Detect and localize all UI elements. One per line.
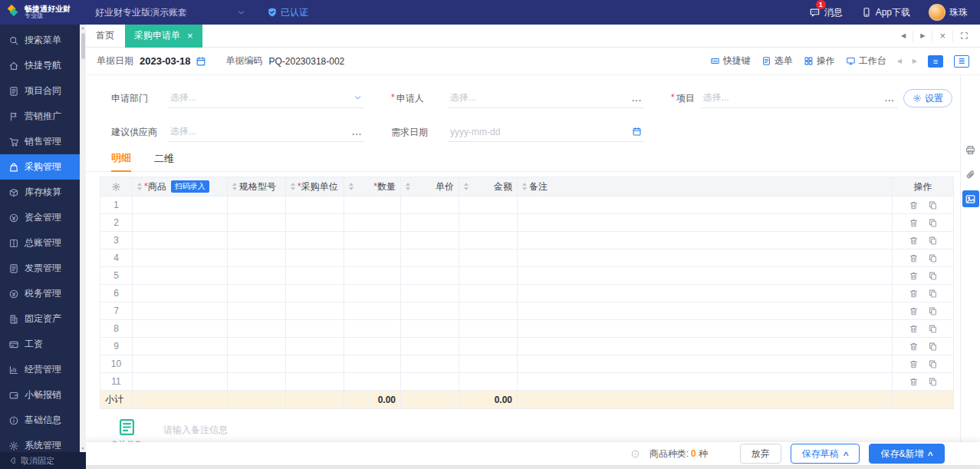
cell-product[interactable] [133, 373, 228, 391]
next-icon[interactable]: ▶ [913, 58, 917, 64]
workbench-button[interactable]: 工作台 [846, 54, 886, 68]
actions-button[interactable]: 操作 [804, 54, 835, 68]
cell-amount[interactable] [459, 249, 518, 267]
delete-row-icon[interactable] [909, 377, 919, 387]
sidebar-item-invoice[interactable]: 发票管理 [0, 256, 86, 281]
cell-quantity[interactable] [344, 214, 401, 232]
cell-product[interactable] [133, 267, 228, 285]
scroll-down-icon[interactable]: ▼ [81, 445, 85, 452]
cell-remark[interactable] [518, 249, 893, 267]
cell-product[interactable] [133, 249, 228, 267]
tab-detail[interactable]: 明细 [111, 151, 131, 172]
copy-row-icon[interactable] [928, 200, 938, 210]
copy-row-icon[interactable] [928, 306, 938, 316]
delete-row-icon[interactable] [909, 253, 919, 263]
calendar-icon[interactable] [196, 56, 206, 67]
cell-product[interactable] [133, 232, 228, 249]
sidebar-item-funds[interactable]: 资金管理 [0, 205, 86, 230]
sort-icon[interactable] [349, 183, 354, 190]
suggested-supplier-select[interactable]: 选择... ... [168, 123, 364, 142]
cell-unit-price[interactable] [401, 214, 459, 232]
sidebar-item-general-ledger[interactable]: 总账管理 [0, 230, 86, 256]
cell-spec-model[interactable] [228, 267, 286, 285]
sidebar-item-inventory[interactable]: 库存核算 [0, 180, 86, 205]
picker-ellipsis-icon[interactable]: ... [352, 127, 362, 137]
save-and-new-button[interactable]: 保存&新增 ∧ [869, 444, 945, 464]
project-select[interactable]: 选择... ... [701, 89, 897, 108]
next-tab-icon[interactable]: ▶ [913, 31, 932, 41]
scrollbar-thumb[interactable] [81, 33, 85, 59]
apply-dept-select[interactable]: 选择... [168, 89, 364, 108]
column-header-purchase-unit[interactable]: *采购单位 [286, 177, 344, 197]
column-header-spec-model[interactable]: 规格型号 [228, 177, 286, 197]
cell-quantity[interactable] [344, 338, 401, 355]
cell-quantity[interactable] [344, 355, 401, 373]
sidebar-item-reimburse[interactable]: 小畅报销 [0, 382, 86, 408]
cell-remark[interactable] [518, 355, 893, 373]
cell-purchase-unit[interactable] [286, 302, 344, 320]
cell-quantity[interactable] [344, 197, 401, 214]
cell-product[interactable] [133, 320, 228, 338]
column-header-quantity[interactable]: *数量 [344, 177, 401, 197]
cell-remark[interactable] [518, 267, 893, 285]
cell-unit-price[interactable] [401, 267, 459, 285]
copy-row-icon[interactable] [928, 218, 938, 228]
delete-row-icon[interactable] [909, 271, 919, 281]
fullscreen-icon[interactable] [952, 31, 975, 41]
cell-amount[interactable] [459, 197, 518, 214]
sidebar-item-purchase[interactable]: 采购管理 [0, 154, 86, 180]
close-tab-icon[interactable]: × [187, 30, 193, 41]
cell-purchase-unit[interactable] [286, 373, 344, 391]
sort-icon[interactable] [137, 183, 142, 190]
doc-date-value[interactable]: 2023-03-18 [140, 55, 191, 67]
unpin-sidebar-button[interactable]: 取消固定 [0, 452, 86, 469]
cell-amount[interactable] [459, 302, 518, 320]
column-header-product[interactable]: *商品扫码录入 [133, 177, 228, 197]
cell-purchase-unit[interactable] [286, 249, 344, 267]
delete-row-icon[interactable] [909, 342, 919, 352]
cell-remark[interactable] [518, 302, 893, 320]
sidebar-item-search-menu[interactable]: 搜索菜单 [0, 28, 86, 53]
account-set-selector[interactable]: 好业财专业版演示账套 [95, 6, 245, 19]
tab-purchase-requisition[interactable]: 采购申请单 × [125, 25, 202, 48]
cell-quantity[interactable] [344, 232, 401, 249]
cell-spec-model[interactable] [228, 355, 286, 373]
cell-remark[interactable] [518, 214, 893, 232]
cell-amount[interactable] [459, 214, 518, 232]
sidebar-item-quick-nav[interactable]: 快捷导航 [0, 53, 86, 78]
cell-purchase-unit[interactable] [286, 355, 344, 373]
cell-unit-price[interactable] [401, 320, 459, 338]
cell-spec-model[interactable] [228, 197, 286, 214]
delete-row-icon[interactable] [909, 218, 919, 228]
user-menu[interactable]: 珠珠 [929, 4, 968, 21]
copy-row-icon[interactable] [928, 359, 938, 369]
prev-icon[interactable]: ◀ [897, 58, 902, 64]
discard-button[interactable]: 放弃 [740, 444, 781, 464]
cell-amount[interactable] [459, 338, 518, 355]
chevron-down-icon[interactable] [354, 94, 362, 102]
close-all-tabs-icon[interactable]: × [932, 31, 952, 41]
picker-ellipsis-icon[interactable]: ... [632, 93, 642, 104]
picker-ellipsis-icon[interactable]: ... [885, 93, 895, 104]
cell-amount[interactable] [459, 355, 518, 373]
tab-home[interactable]: 首页 [96, 29, 114, 42]
cell-unit-price[interactable] [401, 355, 459, 373]
cell-purchase-unit[interactable] [286, 214, 344, 232]
cell-quantity[interactable] [344, 249, 401, 267]
copy-row-icon[interactable] [928, 253, 938, 263]
column-settings-button[interactable] [100, 177, 133, 197]
scroll-up-icon[interactable]: ▲ [81, 25, 85, 31]
attachment-button[interactable] [962, 166, 979, 183]
cell-amount[interactable] [459, 285, 518, 302]
cell-product[interactable] [133, 214, 228, 232]
applicant-select[interactable]: 选择... ... [448, 89, 644, 108]
tab-2d[interactable]: 二维 [154, 152, 174, 171]
copy-row-icon[interactable] [928, 377, 938, 387]
cell-quantity[interactable] [344, 302, 401, 320]
required-date-input[interactable]: yyyy-mm-dd [448, 123, 644, 142]
delete-row-icon[interactable] [909, 289, 919, 299]
sidebar-item-fixed-assets[interactable]: 固定资产 [0, 306, 86, 332]
cell-amount[interactable] [459, 232, 518, 249]
sort-icon[interactable] [522, 183, 527, 190]
cell-purchase-unit[interactable] [286, 320, 344, 338]
